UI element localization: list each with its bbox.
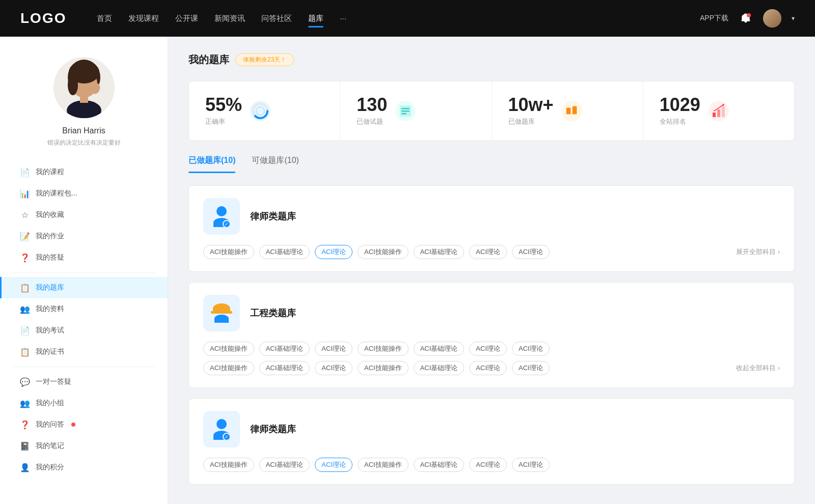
svg-rect-16 (566, 108, 570, 114)
notes-icon: 📓 (20, 441, 30, 451)
sidebar-label-tutoring: 一对一答疑 (36, 377, 71, 386)
sidebar-item-tutoring[interactable]: 💬 一对一答疑 (0, 371, 168, 393)
stat-accuracy: 55% 正确率 (189, 81, 340, 141)
tag-lawyer2-1[interactable]: ACI基础理论 (259, 458, 310, 472)
sidebar-item-notes[interactable]: 📓 我的笔记 (0, 435, 168, 457)
sidebar-item-groups[interactable]: 👥 我的小组 (0, 393, 168, 414)
tag-eng2-6[interactable]: ACI理论 (512, 361, 550, 375)
sidebar: Brian Harris 错误的决定比没有决定要好 📄 我的课程 📊 我的课程包… (0, 37, 168, 504)
nav-qa[interactable]: 问答社区 (261, 12, 292, 25)
tag-lawyer-6[interactable]: ACI理论 (512, 245, 550, 259)
tag-eng-6[interactable]: ACI理论 (512, 342, 550, 356)
points-icon: 👤 (20, 463, 30, 472)
bank-icon-lawyer-2: ✓ (203, 411, 240, 447)
sidebar-item-courses[interactable]: 📄 我的课程 (0, 161, 168, 183)
sidebar-item-course-packages[interactable]: 📊 我的课程包... (0, 183, 168, 204)
sidebar-item-certificates[interactable]: 📋 我的证书 (0, 341, 168, 362)
nav-questionbank[interactable]: 题库 (308, 12, 323, 25)
stat-rank-value: 1029 (660, 96, 700, 114)
sidebar-item-questionbank[interactable]: 📋 我的题库 (0, 277, 168, 298)
tag-lawyer-5[interactable]: ACI理论 (469, 245, 507, 259)
sidebar-item-points[interactable]: 👤 我的积分 (0, 457, 168, 478)
svg-rect-18 (573, 106, 577, 114)
profile-name: Brian Harris (62, 126, 105, 135)
tag-eng-1[interactable]: ACI基础理论 (259, 342, 310, 356)
stat-rank: 1029 全站排名 (643, 81, 794, 141)
tag-lawyer2-5[interactable]: ACI理论 (469, 458, 507, 472)
bank-tags-engineering: ACI技能操作 ACI基础理论 ACI理论 ACI技能操作 ACI基础理论 AC… (203, 342, 780, 356)
tag-lawyer2-4[interactable]: ACI基础理论 (414, 458, 465, 472)
sidebar-item-questions[interactable]: ❓ 我的问答 (0, 414, 168, 435)
tutoring-icon: 💬 (20, 377, 30, 386)
bank-card-lawyer-2-header: ✓ 律师类题库 (203, 411, 780, 447)
sidebar-item-homework[interactable]: 📝 我的作业 (0, 226, 168, 247)
sidebar-label-qa: 我的答疑 (36, 253, 64, 262)
lawyer-icon-check: ✓ (223, 220, 231, 228)
nav-more[interactable]: ··· (340, 12, 346, 25)
page-header: 我的题库 体验剩余23天！ (188, 53, 795, 67)
svg-rect-6 (80, 95, 88, 103)
nav-discover[interactable]: 发现课程 (128, 12, 159, 25)
tag-lawyer-2[interactable]: ACI理论 (315, 245, 352, 259)
bank-tags-lawyer-2: ACI技能操作 ACI基础理论 ACI理论 ACI技能操作 ACI基础理论 AC… (203, 458, 780, 472)
user-menu-chevron-icon[interactable]: ▾ (792, 15, 795, 22)
nav-opencourse[interactable]: 公开课 (175, 12, 198, 25)
app-download-link[interactable]: APP下载 (700, 14, 728, 23)
sidebar-item-materials[interactable]: 👥 我的资料 (0, 298, 168, 320)
nav-news[interactable]: 新闻资讯 (214, 12, 245, 25)
tab-done-banks[interactable]: 已做题库(10) (188, 155, 235, 172)
main-content: 我的题库 体验剩余23天！ 55% 正确率 (168, 37, 815, 504)
tag-lawyer2-6[interactable]: ACI理论 (512, 458, 550, 472)
tag-lawyer-4[interactable]: ACI基础理论 (414, 245, 465, 259)
tag-eng-2[interactable]: ACI理论 (315, 342, 352, 356)
svg-rect-19 (713, 113, 716, 117)
favorites-icon: ☆ (20, 210, 30, 219)
tag-eng-5[interactable]: ACI理论 (469, 342, 507, 356)
tag-eng2-0[interactable]: ACI技能操作 (203, 361, 254, 375)
bank-icon-engineering (203, 295, 240, 331)
tag-eng2-2[interactable]: ACI理论 (315, 361, 352, 375)
stat-done-questions-value: 130 (357, 96, 387, 114)
questionbank-icon: 📋 (20, 283, 30, 292)
tag-eng-4[interactable]: ACI基础理论 (414, 342, 465, 356)
svg-point-22 (722, 104, 724, 106)
tag-eng-0[interactable]: ACI技能操作 (203, 342, 254, 356)
svg-rect-14 (401, 113, 406, 115)
bank-card-engineering-header: 工程类题库 (203, 295, 780, 331)
tag-lawyer2-3[interactable]: ACI技能操作 (358, 458, 409, 472)
tag-lawyer2-2[interactable]: ACI理论 (315, 458, 352, 472)
tag-eng2-1[interactable]: ACI基础理论 (259, 361, 310, 375)
stat-accuracy-label: 正确率 (205, 117, 242, 126)
collapse-engineering[interactable]: 收起全部科目 › (736, 363, 780, 373)
exams-icon: 📄 (20, 326, 30, 335)
tag-lawyer-0[interactable]: ACI技能操作 (203, 245, 254, 259)
tag-eng2-5[interactable]: ACI理论 (469, 361, 507, 375)
sidebar-item-favorites[interactable]: ☆ 我的收藏 (0, 204, 168, 226)
tag-lawyer-3[interactable]: ACI技能操作 (358, 245, 409, 259)
stat-rank-label: 全站排名 (660, 117, 700, 126)
sidebar-label-certificates: 我的证书 (36, 347, 64, 356)
expand-lawyer[interactable]: 展开全部科目 › (736, 247, 780, 257)
lawyer2-icon-check: ✓ (223, 433, 231, 441)
tag-lawyer2-0[interactable]: ACI技能操作 (203, 458, 254, 472)
sidebar-label-courses: 我的课程 (36, 167, 64, 177)
tag-eng2-3[interactable]: ACI技能操作 (358, 361, 409, 375)
materials-icon: 👥 (20, 304, 30, 314)
stat-done-banks-value: 10w+ (508, 96, 554, 114)
lawyer-person-icon: ✓ (213, 206, 230, 227)
tag-eng-3[interactable]: ACI技能操作 (358, 342, 409, 356)
engineer-helmet-icon (213, 303, 230, 323)
tab-available-banks[interactable]: 可做题库(10) (252, 155, 298, 172)
tag-lawyer-1[interactable]: ACI基础理论 (259, 245, 310, 259)
nav-home[interactable]: 首页 (97, 12, 112, 25)
sidebar-label-groups: 我的小组 (36, 399, 64, 408)
sidebar-item-exams[interactable]: 📄 我的考试 (0, 320, 168, 341)
lawyer2-icon-head (216, 419, 227, 429)
page-title: 我的题库 (188, 53, 229, 67)
main-layout: Brian Harris 错误的决定比没有决定要好 📄 我的课程 📊 我的课程包… (0, 37, 815, 504)
sidebar-item-qa[interactable]: ❓ 我的答疑 (0, 247, 168, 268)
sidebar-label-course-packages: 我的课程包... (36, 189, 77, 198)
tag-eng2-4[interactable]: ACI基础理论 (414, 361, 465, 375)
notification-bell-icon[interactable] (739, 11, 753, 25)
user-avatar-nav[interactable] (763, 9, 781, 27)
